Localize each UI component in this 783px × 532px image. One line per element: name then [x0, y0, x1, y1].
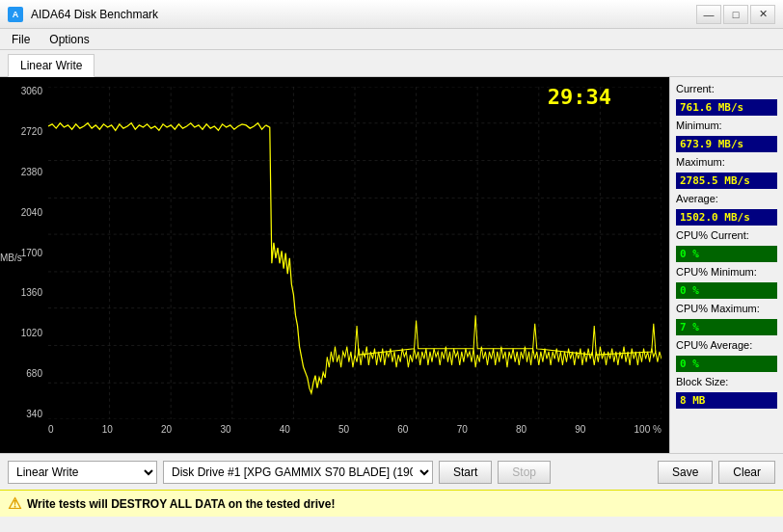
cpu-minimum-value: 0 %: [676, 282, 777, 299]
x-label-50: 50: [338, 424, 349, 435]
x-label-100: 100 %: [634, 424, 662, 435]
title-bar-left: A AIDA64 Disk Benchmark: [8, 7, 158, 22]
minimum-value: 673.9 MB/s: [676, 136, 777, 152]
chart-xaxis: 0 10 20 30 40 50 60 70 80 90 100 %: [48, 424, 662, 443]
minimize-button[interactable]: —: [696, 5, 721, 24]
x-label-30: 30: [220, 424, 230, 435]
x-label-80: 80: [516, 424, 526, 435]
cpu-current-value: 0 %: [676, 246, 777, 262]
cpu-current-label: CPU% Current:: [676, 229, 777, 241]
y-label-340: 340: [26, 410, 42, 419]
maximize-button[interactable]: □: [723, 5, 748, 24]
start-button[interactable]: Start: [439, 461, 492, 484]
tab-bar: Linear Write: [0, 50, 783, 77]
average-value: 1502.0 MB/s: [676, 209, 777, 226]
bottom-controls: Linear Write Linear Read Random Read Ran…: [0, 453, 783, 490]
y-label-680: 680: [26, 369, 42, 379]
warning-bar: ⚠ Write tests will DESTROY ALL DATA on t…: [0, 490, 783, 517]
maximum-value: 2785.5 MB/s: [676, 173, 777, 189]
window-controls: — □ ✕: [696, 5, 775, 24]
save-button[interactable]: Save: [658, 461, 713, 484]
warning-icon: ⚠: [8, 494, 21, 513]
cpu-minimum-label: CPU% Minimum:: [676, 266, 777, 278]
y-label-1360: 1360: [21, 288, 42, 298]
stop-button[interactable]: Stop: [498, 461, 551, 484]
menu-options[interactable]: Options: [41, 31, 96, 48]
app-title: AIDA64 Disk Benchmark: [31, 8, 158, 21]
current-value: 761.6 MB/s: [676, 99, 777, 116]
menu-file[interactable]: File: [4, 31, 38, 48]
x-label-60: 60: [397, 424, 408, 435]
y-label-3060: 3060: [21, 87, 42, 96]
chart-canvas: [48, 87, 662, 419]
main-content: 29:34 MB/s 3060 2720 2380 2040 1700 1360…: [0, 77, 783, 453]
x-label-90: 90: [575, 424, 585, 435]
title-bar: A AIDA64 Disk Benchmark — □ ✕: [0, 0, 783, 29]
current-label: Current:: [676, 83, 777, 94]
close-button[interactable]: ✕: [750, 5, 775, 24]
cpu-maximum-label: CPU% Maximum:: [676, 303, 777, 314]
y-label-2720: 2720: [21, 127, 42, 137]
warning-text: Write tests will DESTROY ALL DATA on the…: [27, 497, 335, 511]
drive-select[interactable]: Disk Drive #1 [XPG GAMMIX S70 BLADE] (19…: [163, 461, 433, 484]
menu-bar: File Options: [0, 29, 783, 50]
x-label-0: 0: [48, 424, 54, 435]
y-label-2380: 2380: [21, 168, 42, 177]
minimum-label: Minimum:: [676, 120, 777, 131]
chart-yaxis: 3060 2720 2380 2040 1700 1360 1020 680 3…: [0, 87, 46, 419]
x-label-20: 20: [161, 424, 172, 435]
block-size-value: 8 MB: [676, 392, 777, 409]
x-label-40: 40: [280, 424, 290, 435]
right-panel: Current: 761.6 MB/s Minimum: 673.9 MB/s …: [669, 77, 783, 453]
x-label-70: 70: [457, 424, 468, 435]
tab-linear-write[interactable]: Linear Write: [8, 54, 94, 77]
average-label: Average:: [676, 193, 777, 204]
block-size-label: Block Size:: [676, 376, 777, 387]
y-label-2040: 2040: [21, 208, 42, 218]
maximum-label: Maximum:: [676, 156, 777, 168]
clear-button[interactable]: Clear: [718, 461, 775, 484]
test-type-select[interactable]: Linear Write Linear Read Random Read Ran…: [8, 461, 157, 484]
y-label-1700: 1700: [21, 249, 42, 258]
x-label-10: 10: [102, 424, 113, 435]
cpu-maximum-value: 7 %: [676, 319, 777, 335]
cpu-average-value: 0 %: [676, 356, 777, 372]
cpu-average-label: CPU% Average:: [676, 339, 777, 351]
chart-svg: [48, 87, 662, 419]
app-icon: A: [8, 7, 23, 22]
chart-area: 29:34 MB/s 3060 2720 2380 2040 1700 1360…: [0, 77, 669, 453]
y-label-1020: 1020: [21, 329, 42, 338]
